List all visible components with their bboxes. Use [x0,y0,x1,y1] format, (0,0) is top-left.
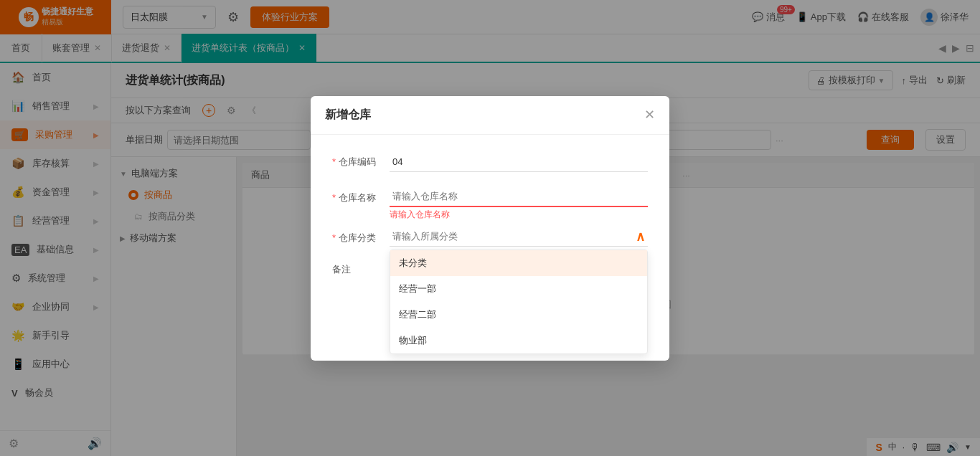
modal: 新增仓库 ✕ * 仓库编码 * 仓库名称 [311,96,669,361]
dropdown-item-dept3[interactable]: 物业部 [390,328,647,353]
category-dropdown-icon[interactable]: ∧ [636,229,645,244]
required-star: * [332,156,336,167]
required-star3: * [332,232,336,243]
dropdown-item-dept1[interactable]: 经营一部 [390,276,647,302]
name-label: * 仓库名称 [332,186,390,204]
form-row-code: * 仓库编码 [332,152,648,172]
modal-header: 新增仓库 ✕ [311,96,669,135]
form-row-name: * 仓库名称 请输入仓库名称 [332,186,648,221]
category-dropdown: 未分类 经营一部 经营二部 物业部 [390,250,648,354]
modal-body: * 仓库编码 * 仓库名称 请输入仓库名称 [311,135,669,325]
dropdown-item-dept2[interactable]: 经营二部 [390,302,647,328]
required-star2: * [332,192,336,203]
note-label: 备注 [332,258,390,276]
modal-title: 新增仓库 [325,108,371,123]
form-row-category: * 仓库分类 ∧ 未分类 经营一部 经营二 [332,227,648,247]
dropdown-item-uncategorized[interactable]: 未分类 [390,250,647,276]
name-input-wrap: 请输入仓库名称 [390,186,648,221]
name-error-msg: 请输入仓库名称 [390,209,648,221]
category-input[interactable] [390,227,648,247]
code-label: * 仓库编码 [332,156,390,168]
code-input[interactable] [390,152,648,172]
category-input-wrap: ∧ 未分类 经营一部 经营二部 物业部 [390,227,648,247]
code-input-wrap [390,152,648,172]
category-label: * 仓库分类 [332,227,390,244]
modal-overlay[interactable]: 新增仓库 ✕ * 仓库编码 * 仓库名称 [0,0,980,456]
name-input[interactable] [390,186,648,207]
modal-close-icon[interactable]: ✕ [644,108,655,121]
